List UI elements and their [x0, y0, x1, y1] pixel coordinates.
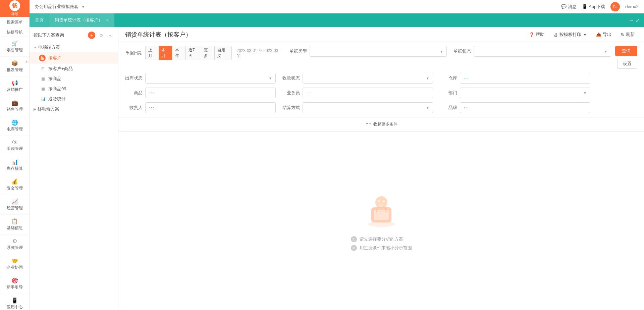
consignee-input[interactable]: ··· — [145, 102, 276, 113]
print-btn[interactable]: 🖨 按模板打印 ▼ — [551, 30, 589, 39]
scheme-by-goods-label: 按商品 — [48, 76, 61, 82]
receipt-status-label: 收款状态 — [282, 75, 300, 81]
collapse-btn[interactable]: ⌃⌃ 收起更多条件 — [361, 120, 401, 128]
scheme-return-stats[interactable]: 📊 退货统计 — [30, 94, 118, 104]
sidebar-item-appstore[interactable]: 📱 应用中心 — [0, 294, 29, 310]
sidebar-item-inventory[interactable]: 📊 库存核算 — [0, 155, 29, 175]
tip-num-1: ① — [351, 236, 357, 242]
inventory-label: 库存核算 — [0, 166, 29, 171]
system-label: 系统管理 — [0, 245, 29, 251]
sidebar-logo[interactable]: 畅 标版 — [0, 0, 30, 17]
settlement-input[interactable]: ▼ — [303, 102, 433, 113]
scheme-by-customer[interactable]: 按 按客户 — [30, 52, 118, 64]
doc-type-input[interactable]: ▼ — [310, 46, 447, 57]
brand-ellipsis: ··· — [464, 105, 469, 111]
tab-this-month[interactable]: 本月 — [159, 46, 172, 60]
department-input[interactable]: ▼ — [460, 88, 590, 98]
main-area: 办公用品行业模拟账套 ▼ 💬 消息 📱 App下载 Ea demo2 首页 销货… — [30, 0, 644, 310]
scheme-by-customer-label: 按客户 — [48, 55, 61, 61]
tab-minimize-btn[interactable]: – — [630, 17, 633, 23]
print-icon: 🖨 — [554, 32, 558, 37]
scheme-by-goods[interactable]: ▦ 按商品 — [30, 74, 118, 84]
out-status-input[interactable]: ▼ — [145, 73, 276, 84]
salesperson-input[interactable]: ··· — [303, 88, 433, 98]
scheme-by-customer-goods[interactable]: ⊞ 按客户+商品 — [30, 64, 118, 74]
sidebar-item-finance[interactable]: 💰 资金管理 — [0, 175, 29, 195]
purchase-icon: 🛍 — [0, 139, 29, 145]
tab-more[interactable]: 更多 — [201, 46, 214, 60]
edit-scheme-btn[interactable]: ⊙ — [97, 32, 105, 39]
collapse-panel-btn[interactable]: « — [107, 32, 114, 39]
export-label: 导出 — [603, 32, 611, 38]
sidebar-item-marketing[interactable]: 📢 营销推广 — [0, 76, 29, 96]
refresh-icon: ↻ — [621, 32, 625, 37]
message-icon: 💬 — [561, 4, 567, 9]
print-dropdown-arrow[interactable]: ▼ — [583, 33, 587, 37]
brand-input[interactable]: ··· — [460, 102, 590, 113]
breadcrumb-dropdown[interactable]: ▼ — [81, 4, 85, 9]
help-icon: ❓ — [529, 32, 534, 37]
customer-scheme-icon: 按 — [39, 55, 46, 61]
sidebar-item-purchase[interactable]: 🛍 采购管理 — [0, 136, 29, 155]
sidebar-item-basic[interactable]: 📋 基础信息 — [0, 215, 29, 235]
sales-label: 销售管理 — [0, 107, 29, 112]
tab-this-year[interactable]: 本年 — [172, 46, 185, 60]
app-download-btn[interactable]: 📱 App下载 — [582, 4, 605, 10]
mobile-group-header[interactable]: ▶ 移动端方案 — [30, 104, 118, 114]
desktop-group-header[interactable]: ▼ 电脑端方案 — [30, 42, 118, 52]
doc-status-input[interactable]: ▼ — [474, 46, 611, 57]
sidebar-item-enterprise[interactable]: 🤝 企业协同 — [0, 254, 29, 274]
tab-home[interactable]: 首页 — [30, 13, 49, 27]
tab-close-btn[interactable]: × — [106, 17, 109, 23]
inventory-icon: 📊 — [0, 159, 29, 165]
tab-bar: 首页 销货单统计表（按客户） × – ⤢ — [30, 13, 644, 27]
sidebar-item-wholesale[interactable]: 📦 批发管理 ▲ — [0, 57, 29, 76]
tab-last-7-days[interactable]: 近7天 — [185, 46, 201, 60]
query-button[interactable]: 查询 — [615, 46, 637, 56]
sidebar-quick-nav[interactable]: 快捷导航 — [0, 28, 30, 37]
appstore-label: 应用中心 — [0, 304, 29, 310]
scheme-by-goods-99[interactable]: ▦ 按商品99 — [30, 84, 118, 94]
message-btn[interactable]: 💬 消息 — [561, 4, 577, 10]
add-scheme-btn[interactable]: + — [88, 32, 95, 39]
empty-illustration — [361, 191, 401, 231]
finance-label: 资金管理 — [0, 186, 29, 191]
sidebar-item-ecommerce[interactable]: 🌐 电商管理 — [0, 116, 29, 136]
refresh-btn[interactable]: ↻ 刷新 — [618, 30, 637, 39]
warehouse-input[interactable]: ··· — [460, 73, 590, 84]
receipt-status-input[interactable]: ▼ — [303, 73, 433, 84]
goods-ellipsis: ··· — [149, 90, 154, 96]
user-name[interactable]: demo2 — [625, 4, 639, 9]
header-left: 办公用品行业模拟账套 ▼ — [35, 4, 85, 10]
sidebar-menu: 🛒 零售管理 📦 批发管理 ▲ 📢 营销推广 💼 销售管理 🌐 电商管理 🛍 采… — [0, 37, 29, 310]
help-btn[interactable]: ❓ 帮助 — [526, 30, 547, 39]
page-header: 销货单统计表（按客户） ❓ 帮助 🖨 按模板打印 ▼ 📤 导出 — [118, 27, 644, 42]
tab-last-month[interactable]: 上月 — [145, 46, 159, 60]
table-icon: ▦ — [40, 76, 46, 82]
scheme-tree: ▼ 电脑端方案 按 按客户 ⊞ 按客户+商品 ▦ 按商品 — [30, 41, 118, 307]
top-header: 办公用品行业模拟账套 ▼ 💬 消息 📱 App下载 Ea demo2 — [30, 0, 644, 13]
doc-status-arrow: ▼ — [604, 50, 607, 53]
goods-input[interactable]: ··· — [145, 88, 276, 98]
tab-sales-stat[interactable]: 销货单统计表（按客户） × — [49, 13, 114, 27]
sidebar-item-newbie[interactable]: 🎯 新手引导 — [0, 274, 29, 294]
empty-tip-2: ② 用过滤条件来缩小分析范围 — [351, 245, 412, 251]
enterprise-icon: 🤝 — [0, 258, 29, 264]
sidebar-search-menu[interactable]: 搜索菜单 — [0, 17, 30, 28]
sidebar-item-sales[interactable]: 💼 销售管理 — [0, 96, 29, 116]
collapse-label: 收起更多条件 — [373, 121, 397, 127]
app-icon: 📱 — [582, 4, 587, 9]
tab-custom[interactable]: 自定义 — [214, 46, 232, 60]
sidebar-item-system[interactable]: ⚙ 系统管理 — [0, 235, 29, 254]
empty-state: ① 请先选择要分析的方案 ② 用过滤条件来缩小分析范围 — [118, 132, 644, 310]
sidebar-item-operation[interactable]: 📈 经营管理 — [0, 195, 29, 215]
tab-maximize-btn[interactable]: ⤢ — [636, 17, 640, 23]
user-avatar[interactable]: Ea — [610, 2, 620, 11]
set-button[interactable]: 设置 — [617, 59, 637, 69]
wholesale-icon: 📦 — [0, 60, 29, 66]
enterprise-label: 企业协同 — [0, 265, 29, 270]
basic-icon: 📋 — [0, 218, 29, 224]
sidebar-item-retail[interactable]: 🛒 零售管理 — [0, 37, 29, 57]
newbie-label: 新手引导 — [0, 285, 29, 290]
export-btn[interactable]: 📤 导出 — [593, 30, 614, 39]
